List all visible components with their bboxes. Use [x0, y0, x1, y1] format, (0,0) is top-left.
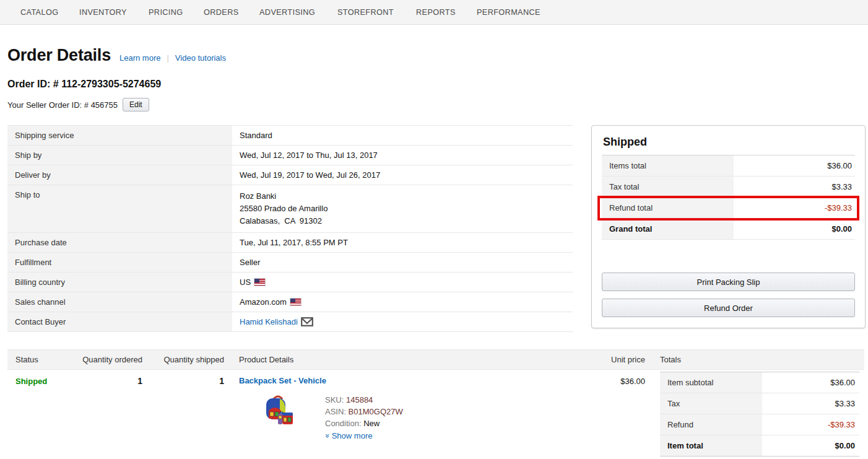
- seller-order-id-label: Your Seller Order ID: # 456755: [7, 100, 118, 110]
- ship-to-address: Roz Banki 25580 Prado de Amarillo Calaba…: [232, 185, 573, 232]
- summary-row-tax-total: Tax total $3.33: [602, 177, 855, 198]
- order-id-heading: Order ID: # 112-2793305-5274659: [7, 79, 868, 90]
- summary-label: Tax total: [602, 177, 734, 197]
- mini-value: $0.00: [762, 435, 859, 456]
- detail-row-purchase-date: Purchase date Tue, Jul 11, 2017, 8:55 PM…: [7, 233, 573, 253]
- nav-item-pricing[interactable]: PRICING: [149, 7, 183, 17]
- product-title-link[interactable]: Backpack Set - Vehicle: [239, 376, 326, 385]
- detail-row-contact-buyer: Contact Buyer Hamid Kelishadi: [7, 312, 573, 332]
- product-asin-line: ASIN: B01M0GQ27W: [325, 406, 403, 417]
- detail-value: Amazon.com: [232, 292, 573, 312]
- col-header-totals: Totals: [645, 355, 864, 364]
- item-total-row-item-total: Item total $0.00: [660, 435, 859, 457]
- condition-value: New: [363, 419, 380, 428]
- asin-value: B01M0GQ27W: [349, 407, 403, 416]
- show-more-toggle[interactable]: » Show more: [325, 430, 372, 442]
- mini-label: Tax: [660, 393, 762, 414]
- envelope-icon[interactable]: [301, 317, 313, 326]
- item-status: Shipped: [7, 370, 70, 386]
- summary-label: Refund total: [602, 198, 734, 218]
- ship-to-name: Roz Banki: [240, 190, 565, 203]
- detail-label: Deliver by: [7, 165, 232, 185]
- item-total-row-subtotal: Item subtotal $36.00: [660, 372, 859, 393]
- items-table-header: Status Quantity ordered Quantity shipped…: [7, 349, 864, 370]
- col-header-quantity-ordered: Quantity ordered: [70, 355, 142, 364]
- detail-label: Ship by: [7, 146, 232, 165]
- detail-label: Fulfillment: [7, 253, 232, 272]
- order-items-table: Status Quantity ordered Quantity shipped…: [7, 349, 868, 457]
- nav-item-storefront[interactable]: STOREFRONT: [337, 7, 394, 17]
- summary-value-negative: -$39.33: [734, 198, 855, 218]
- double-chevron-down-icon: »: [321, 434, 333, 438]
- detail-value: Seller: [232, 253, 573, 272]
- detail-row-ship-by: Ship by Wed, Jul 12, 2017 to Thu, Jul 13…: [7, 146, 573, 165]
- summary-label: Items total: [602, 155, 734, 176]
- mini-label: Refund: [660, 414, 762, 435]
- sku-label: SKU:: [325, 395, 344, 404]
- contact-buyer-link[interactable]: Hamid Kelishadi: [240, 317, 298, 326]
- print-packing-slip-button[interactable]: Print Packing Slip: [602, 273, 855, 291]
- detail-row-sales-channel: Sales channel Amazon.com: [7, 292, 573, 312]
- show-more-label: Show more: [332, 430, 373, 442]
- edit-seller-order-id-button[interactable]: Edit: [123, 98, 149, 111]
- summary-label: Grand total: [602, 219, 734, 239]
- nav-item-inventory[interactable]: INVENTORY: [79, 7, 127, 17]
- summary-value: $0.00: [734, 219, 855, 239]
- detail-label: Contact Buyer: [7, 312, 232, 331]
- nav-item-reports[interactable]: REPORTS: [416, 7, 456, 17]
- col-header-unit-price: Unit price: [587, 355, 645, 364]
- sku-value: 145884: [346, 395, 373, 404]
- col-header-product-details: Product Details: [224, 355, 587, 364]
- summary-row-grand-total: Grand total $0.00: [602, 219, 855, 240]
- ship-to-city: Calabasas, CA 91302: [240, 215, 565, 227]
- item-quantity-ordered: 1: [70, 370, 142, 386]
- sales-channel-value: Amazon.com: [240, 297, 287, 307]
- detail-label: Billing country: [7, 273, 232, 292]
- detail-row-ship-to: Ship to Roz Banki 25580 Prado de Amarill…: [7, 185, 573, 233]
- nav-item-catalog[interactable]: CATALOG: [20, 7, 58, 17]
- col-header-status: Status: [7, 355, 70, 364]
- main-nav: CATALOG INVENTORY PRICING ORDERS ADVERTI…: [0, 0, 868, 25]
- detail-row-fulfillment: Fulfillment Seller: [7, 253, 573, 273]
- mini-value: $3.33: [762, 393, 859, 414]
- item-unit-price: $36.00: [587, 370, 645, 386]
- nav-item-performance[interactable]: PERFORMANCE: [477, 7, 540, 17]
- mini-value: $36.00: [762, 372, 859, 393]
- learn-more-link[interactable]: Learn more: [119, 53, 160, 63]
- detail-row-billing-country: Billing country US: [7, 273, 573, 292]
- order-summary-panel: Shipped Items total $36.00 Tax total $3.…: [591, 125, 866, 328]
- summary-row-refund-total: Refund total -$39.33: [602, 198, 855, 219]
- refund-order-button[interactable]: Refund Order: [602, 299, 855, 317]
- detail-label: Sales channel: [7, 292, 232, 312]
- mini-label: Item total: [660, 435, 762, 456]
- detail-value: US: [232, 273, 573, 292]
- order-details-table: Shipping service Standard Ship by Wed, J…: [7, 125, 573, 332]
- mini-value-negative: -$39.33: [762, 414, 859, 435]
- item-total-row-tax: Tax $3.33: [660, 393, 859, 414]
- product-sku-line: SKU: 145884: [325, 394, 403, 406]
- nav-item-orders[interactable]: ORDERS: [204, 7, 239, 17]
- detail-value: Wed, Jul 19, 2017 to Wed, Jul 26, 2017: [232, 165, 573, 185]
- us-flag-icon: [290, 299, 301, 305]
- ship-to-street: 25580 Prado de Amarillo: [240, 203, 565, 215]
- summary-value: $36.00: [734, 155, 855, 176]
- us-flag-icon: [254, 279, 265, 286]
- mini-label: Item subtotal: [660, 372, 762, 393]
- detail-label: Purchase date: [7, 233, 232, 252]
- detail-label: Ship to: [7, 185, 232, 232]
- detail-value: Hamid Kelishadi: [232, 312, 573, 331]
- item-quantity-shipped: 1: [142, 370, 224, 386]
- item-total-row-refund: Refund -$39.33: [660, 414, 859, 435]
- nav-item-advertising[interactable]: ADVERTISING: [259, 7, 315, 17]
- detail-value: Wed, Jul 12, 2017 to Thu, Jul 13, 2017: [232, 146, 573, 165]
- asin-label: ASIN:: [325, 407, 346, 416]
- detail-value: Tue, Jul 11, 2017, 8:55 PM PT: [232, 233, 573, 252]
- order-item-row: Shipped 1 1 Backpack Set - Vehicle: [7, 370, 864, 457]
- billing-country-value: US: [240, 278, 251, 287]
- detail-row-shipping-service: Shipping service Standard: [7, 125, 573, 146]
- product-thumbnail-backpack: [263, 394, 294, 426]
- summary-status-title: Shipped: [603, 136, 855, 149]
- video-tutorials-link[interactable]: Video tutorials: [175, 53, 226, 63]
- detail-value: Standard: [232, 126, 573, 145]
- summary-value: $3.33: [734, 177, 855, 197]
